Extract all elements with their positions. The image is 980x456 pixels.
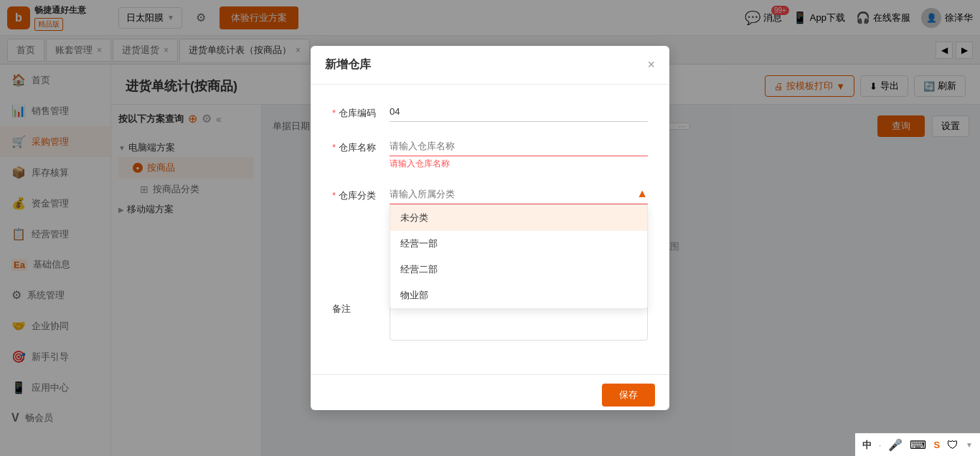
shield-icon: 🛡 — [947, 439, 958, 452]
required-star: * — [332, 108, 336, 118]
warehouse-name-row: * 仓库名称 请输入仓库名称 — [332, 136, 648, 170]
required-star3: * — [332, 190, 336, 201]
dropdown-item-uncategorized[interactable]: 未分类 — [390, 205, 647, 231]
dropdown-item-property[interactable]: 物业部 — [390, 282, 647, 308]
keyboard-icon: ⌨ — [910, 438, 926, 452]
save-button[interactable]: 保存 — [602, 384, 655, 407]
mic-icon: 🎤 — [888, 438, 903, 452]
warehouse-name-input[interactable] — [390, 136, 648, 156]
warehouse-code-row: * 仓库编码 — [332, 102, 648, 122]
warehouse-category-label: * 仓库分类 — [332, 184, 390, 202]
modal-overlay: 新增仓库 × * 仓库编码 * 仓库名称 — [0, 0, 980, 456]
warehouse-code-label: * 仓库编码 — [332, 102, 390, 120]
modal-title: 新增仓库 — [325, 57, 371, 72]
modal-header: 新增仓库 × — [311, 46, 669, 85]
warehouse-name-field: 请输入仓库名称 — [390, 136, 648, 170]
statusbar: 中 · 🎤 ⌨ S 🛡 ▼ — [855, 433, 980, 456]
warehouse-category-input[interactable] — [390, 184, 636, 204]
dropdown-item-dept1[interactable]: 经营一部 — [390, 231, 647, 257]
category-dropdown-input-row: ▲ — [390, 184, 648, 204]
modal-body: * 仓库编码 * 仓库名称 请输入仓库名称 — [311, 85, 669, 374]
modal-close-button[interactable]: × — [647, 58, 655, 71]
category-dropdown-list: 未分类 经营一部 经营二部 物业部 — [390, 204, 648, 309]
warehouse-name-error: 请输入仓库名称 — [390, 158, 648, 170]
modal-footer: 保存 — [311, 374, 669, 415]
chevron-status-icon: ▼ — [966, 441, 973, 449]
dropdown-arrow-icon[interactable]: ▲ — [636, 187, 648, 200]
warehouse-note-label: 备注 — [332, 298, 390, 315]
required-star2: * — [332, 142, 336, 153]
warehouse-code-input[interactable] — [390, 102, 648, 122]
warehouse-category-row: * 仓库分类 ▲ 未分类 经营一部 经营二部 物业部 — [332, 184, 648, 204]
warehouse-name-label: * 仓库名称 — [332, 136, 390, 154]
status-zh: 中 — [862, 439, 872, 452]
warehouse-code-field — [390, 102, 648, 122]
modal-add-warehouse: 新增仓库 × * 仓库编码 * 仓库名称 — [311, 46, 669, 411]
status-dot: · — [879, 440, 882, 450]
dropdown-item-dept2[interactable]: 经营二部 — [390, 257, 647, 282]
warehouse-category-field: ▲ 未分类 经营一部 经营二部 物业部 — [390, 184, 648, 204]
s-logo: S — [933, 440, 940, 450]
